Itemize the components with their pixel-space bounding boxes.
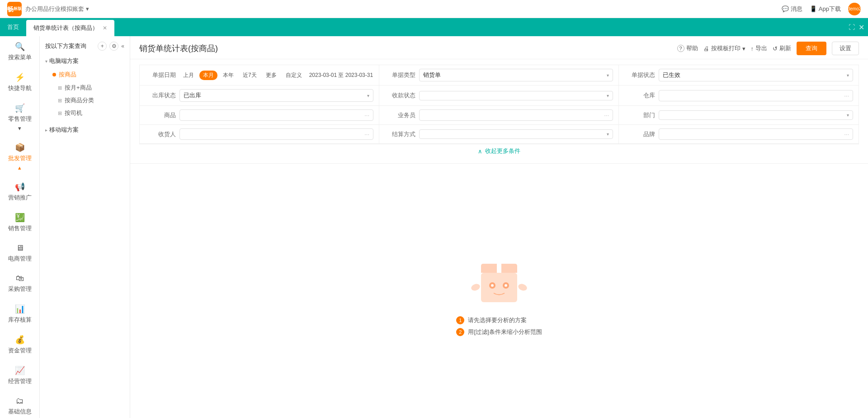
export-button[interactable]: ↑ 导出 (751, 44, 768, 52)
scheme-add-button[interactable]: + (98, 42, 107, 51)
scheme-group-mobile: ▸ 移动端方案 (40, 121, 130, 138)
tab-close-button[interactable]: ✕ (103, 25, 107, 31)
main-panel: 销货单统计表(按商品) ? 帮助 🖨 按模板打印 ▾ ↑ 导出 (130, 36, 868, 418)
collapse-bar[interactable]: ∧ 收起更多条件 (139, 144, 859, 158)
page-title: 销货单统计表(按商品) (139, 43, 218, 54)
quicknav-icon: ⚡ (15, 72, 25, 82)
date-tab-current-year[interactable]: 本年 (219, 71, 237, 80)
sidebar-item-search[interactable]: 🔍 搜索菜单 (0, 36, 39, 67)
receiver-input[interactable]: ··· (179, 128, 373, 140)
date-tab-current-month[interactable]: 本月 (199, 71, 217, 80)
sidebar-item-ecommerce[interactable]: 🖥 电商管理 (0, 238, 39, 268)
settlement-select[interactable]: ▾ (419, 129, 613, 139)
print-dropdown-icon[interactable]: ▾ (742, 45, 745, 52)
scheme-item-by-month-goods[interactable]: ⊞ 按月+商品 (40, 81, 130, 94)
scheme-settings-button[interactable]: ⚙ (109, 42, 118, 51)
doc-type-select[interactable]: 销货单 ▾ (419, 69, 613, 81)
date-tab-7days[interactable]: 近7天 (239, 71, 260, 80)
scheme-group-mobile-header[interactable]: ▸ 移动端方案 (40, 123, 130, 137)
sidebar-item-finance[interactable]: 💰 资金管理 (0, 329, 39, 360)
maximize-icon: ⛶ (849, 24, 855, 31)
sidebar-item-marketing[interactable]: 📢 营销推广 (0, 176, 39, 207)
warehouse-input[interactable]: ··· (659, 90, 853, 101)
dept-arrow-icon: ▾ (847, 113, 849, 118)
sales-icon: 💹 (15, 213, 25, 223)
export-icon: ↑ (751, 45, 754, 52)
out-status-arrow-icon: ▾ (367, 93, 369, 98)
sidebar-item-sales[interactable]: 💹 销售管理 (0, 207, 39, 238)
tab-maximize-button[interactable]: ⛶ (849, 24, 855, 31)
scheme-item-by-category[interactable]: ⊞ 按商品分类 (40, 94, 130, 107)
chevron-down-icon: ▾ (18, 125, 21, 132)
topbar: 畅 标版 办公用品行业模拟账套 ▾ 💬 消息 📱 App下载 demo2 (0, 0, 868, 18)
date-tab-custom[interactable]: 自定义 (282, 71, 306, 80)
goods-dots-icon: ··· (364, 112, 369, 119)
marketing-icon: 📢 (15, 182, 25, 192)
scheme-item-by-goods[interactable]: 按商品 (40, 68, 130, 81)
scheme-collapse-button[interactable]: « (121, 43, 124, 49)
doc-status-arrow-icon: ▾ (847, 73, 849, 78)
sidebar-item-quicknav[interactable]: ⚡ 快捷导航 (0, 67, 39, 98)
logo: 畅 标版 (7, 2, 22, 16)
sidebar-item-purchase[interactable]: 🛍 采购管理 (0, 268, 39, 299)
out-status-cell: 出库状态 已出库 ▾ (140, 86, 379, 105)
goods-cell: 商品 ··· (140, 106, 379, 124)
sidebar: 🔍 搜索菜单 ⚡ 快捷导航 🛒 零售管理 ▾ 📦 批发管理 ▴ 📢 营销推广 💹… (0, 36, 40, 418)
out-status-select[interactable]: 已出库 ▾ (179, 89, 373, 102)
purchase-icon: 🛍 (16, 274, 24, 283)
topbar-right: 💬 消息 📱 App下载 demo2 (782, 3, 861, 15)
svg-point-4 (505, 284, 507, 287)
collect-status-select[interactable]: ▾ (419, 91, 613, 100)
empty-step-2: 2 用[过滤]条件来缩小分析范围 (456, 328, 542, 336)
empty-illustration (463, 246, 535, 309)
empty-state: 1 请先选择要分析的方案 2 用[过滤]条件来缩小分析范围 (130, 164, 868, 418)
brand-input[interactable]: ··· (659, 128, 853, 140)
scheme-active-dot (52, 73, 56, 76)
dept-cell: 部门 ▾ (619, 106, 859, 124)
step-1-icon: 1 (456, 316, 464, 324)
settings-button[interactable]: 设置 (832, 42, 859, 55)
main-layout: 🔍 搜索菜单 ⚡ 快捷导航 🛒 零售管理 ▾ 📦 批发管理 ▴ 📢 营销推广 💹… (0, 36, 868, 418)
receiver-dots-icon: ··· (364, 131, 369, 138)
scheme-subitem-icon-3: ⊞ (58, 110, 62, 116)
tab-sales-stat[interactable]: 销货单统计表（按商品） ✕ (26, 20, 114, 36)
query-button[interactable]: 查询 (797, 42, 826, 55)
svg-rect-0 (481, 273, 517, 302)
collect-status-cell: 收款状态 ▾ (379, 86, 619, 105)
refresh-button[interactable]: ↺ 刷新 (773, 44, 791, 52)
salesperson-input[interactable]: ··· (419, 109, 613, 121)
empty-steps: 1 请先选择要分析的方案 2 用[过滤]条件来缩小分析范围 (456, 316, 542, 336)
tab-home[interactable]: 首页 (0, 18, 26, 36)
doc-status-select[interactable]: 已生效 ▾ (659, 69, 853, 81)
tabbar: 首页 销货单统计表（按商品） ✕ ⛶ ✕ (0, 18, 868, 36)
help-button[interactable]: ? 帮助 (677, 44, 698, 52)
filter-area: 单据日期 上月 本月 本年 近7天 更多 自定义 2023-03-01 至 20… (130, 59, 868, 164)
scheme-panel: 按以下方案查询 + ⚙ « ▾ 电脑端方案 按商品 ⊞ 按月+商 (40, 36, 130, 418)
warehouse-cell: 仓库 ··· (619, 86, 859, 105)
date-tab-more[interactable]: 更多 (262, 71, 280, 80)
message-button[interactable]: 💬 消息 (782, 5, 802, 13)
user-menu[interactable]: demo2 (848, 3, 861, 15)
scheme-group-arrow-icon: ▾ (45, 59, 47, 64)
empty-step-1: 1 请先选择要分析的方案 (456, 316, 542, 324)
sidebar-item-operations[interactable]: 📈 经营管理 (0, 360, 39, 391)
date-tab-last-month[interactable]: 上月 (179, 71, 198, 80)
scheme-group-desktop-header[interactable]: ▾ 电脑端方案 (40, 54, 130, 68)
message-icon: 💬 (782, 5, 789, 12)
salesperson-cell: 业务员 ··· (379, 106, 619, 124)
sidebar-item-inventory[interactable]: 📊 库存核算 (0, 299, 39, 329)
doc-status-cell: 单据状态 已生效 ▾ (619, 65, 859, 85)
empty-svg-icon (467, 250, 531, 304)
dept-select[interactable]: ▾ (659, 110, 853, 120)
workspace-dropdown[interactable]: 办公用品行业模拟账套 ▾ (25, 5, 89, 13)
scheme-item-by-scanner[interactable]: ⊞ 按司机 (40, 107, 130, 119)
sidebar-item-wholesale[interactable]: 📦 批发管理 ▴ (0, 137, 39, 176)
scheme-header-actions: + ⚙ « (98, 42, 124, 51)
settlement-cell: 结算方式 ▾ (379, 125, 619, 143)
app-download-button[interactable]: 📱 App下载 (810, 5, 841, 13)
tab-window-close-button[interactable]: ✕ (859, 23, 864, 32)
sidebar-item-retail[interactable]: 🛒 零售管理 ▾ (0, 98, 39, 137)
goods-input[interactable]: ··· (179, 109, 373, 121)
sidebar-item-basic[interactable]: 🗂 基础信息 (0, 391, 39, 418)
print-button[interactable]: 🖨 按模板打印 ▾ (703, 44, 745, 52)
